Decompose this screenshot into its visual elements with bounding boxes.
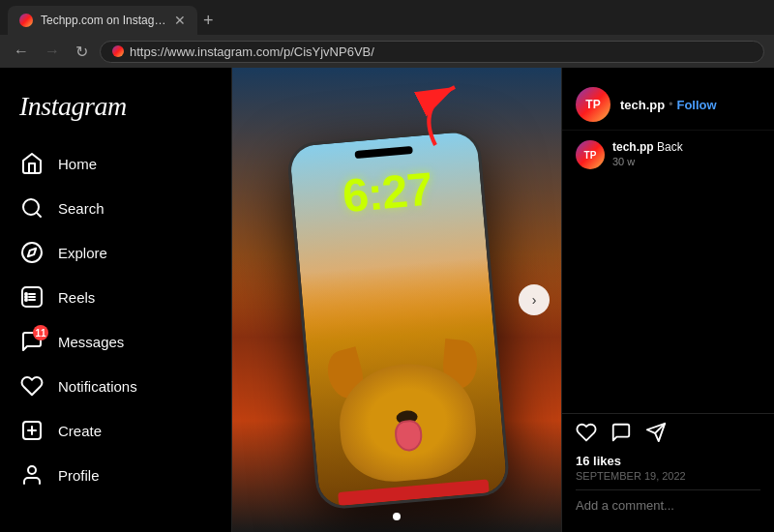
sidebar-label-notifications: Notifications	[58, 378, 137, 395]
tab-favicon	[19, 14, 33, 27]
add-comment-area	[576, 489, 760, 513]
sidebar-label-explore: Explore	[58, 245, 107, 261]
sidebar-item-messages[interactable]: 11 Messages	[12, 319, 220, 364]
comment-time: 30 w	[612, 156, 683, 167]
phone-dog-bg	[300, 257, 507, 508]
follow-button[interactable]: Follow	[676, 98, 716, 112]
sidebar-item-create[interactable]: Create	[12, 408, 220, 453]
author-avatar: TP	[576, 87, 610, 122]
like-icon[interactable]	[576, 422, 597, 448]
svg-line-1	[37, 213, 41, 217]
tab-title: Techpp.com on Instagram: "Back...	[41, 14, 166, 27]
sidebar-item-explore[interactable]: Explore	[12, 230, 220, 275]
share-icon[interactable]	[645, 422, 667, 448]
post-date: September 19, 2022	[576, 470, 760, 482]
instagram-logo: Instagram	[19, 91, 220, 122]
profile-icon	[19, 462, 45, 488]
search-icon	[19, 195, 45, 221]
sidebar: Instagram Home Search	[0, 68, 232, 532]
tab-close-button[interactable]: ✕	[174, 13, 186, 28]
sidebar-item-reels[interactable]: Reels	[12, 275, 220, 319]
phone-time: 6:27	[341, 163, 434, 223]
post-image-area: 6:27 ›	[232, 68, 561, 532]
svg-point-7	[25, 299, 27, 301]
sidebar-label-home: Home	[58, 156, 97, 172]
svg-marker-3	[28, 249, 36, 256]
phone-screen: 6:27	[289, 131, 508, 507]
svg-point-11	[28, 466, 36, 474]
author-separator: •	[669, 98, 672, 111]
comment-avatar: TP	[576, 140, 605, 169]
main-content: 6:27 › TP	[232, 68, 774, 532]
create-icon	[19, 418, 45, 443]
reload-button[interactable]: ↻	[72, 41, 92, 63]
comment-body: tech.pp Back 30 w	[612, 140, 683, 167]
sidebar-item-home[interactable]: Home	[12, 141, 220, 186]
author-name-row: tech.pp • Follow	[620, 98, 760, 112]
comment-section: TP tech.pp Back 30 w	[562, 131, 774, 413]
browser-tabs: Techpp.com on Instagram: "Back... ✕ +	[0, 0, 774, 35]
forward-button: →	[41, 41, 64, 62]
phone-mockup: 6:27	[286, 128, 511, 511]
comment-icon[interactable]	[610, 422, 632, 448]
url-bar[interactable]: https://www.instagram.com/p/CisYjvNP6VB/	[100, 41, 764, 63]
comment-item: TP tech.pp Back 30 w	[576, 140, 760, 169]
dot-indicator	[393, 513, 401, 520]
post-author-header: TP tech.pp • Follow	[562, 79, 774, 131]
comment-username: tech.pp	[612, 140, 654, 154]
url-text: https://www.instagram.com/p/CisYjvNP6VB/	[130, 44, 374, 59]
action-icons	[576, 422, 760, 448]
explore-icon	[19, 240, 45, 265]
sidebar-item-profile[interactable]: Profile	[12, 453, 220, 497]
sidebar-label-search: Search	[58, 200, 104, 217]
svg-point-6	[25, 296, 27, 298]
svg-point-5	[25, 293, 27, 295]
author-info: tech.pp • Follow	[620, 98, 760, 112]
right-panel: TP tech.pp • Follow TP tech.pp	[561, 68, 774, 532]
dog-tongue	[394, 419, 424, 452]
sidebar-label-create: Create	[58, 423, 102, 439]
sidebar-label-messages: Messages	[58, 334, 124, 350]
home-icon	[19, 151, 45, 176]
url-favicon	[112, 45, 124, 57]
author-name: tech.pp	[620, 98, 665, 112]
notifications-icon	[19, 373, 45, 399]
messages-icon: 11	[19, 329, 45, 354]
comment-input[interactable]	[576, 498, 760, 513]
next-button[interactable]: ›	[519, 284, 550, 315]
browser-tab-active[interactable]: Techpp.com on Instagram: "Back... ✕	[8, 6, 197, 35]
page-content: Instagram Home Search	[0, 68, 774, 532]
browser-chrome: Techpp.com on Instagram: "Back... ✕ + ← …	[0, 0, 774, 68]
reels-icon	[19, 284, 45, 310]
sidebar-label-profile: Profile	[58, 467, 100, 484]
svg-point-2	[22, 243, 42, 262]
messages-badge: 11	[33, 325, 48, 340]
browser-toolbar: ← → ↻ https://www.instagram.com/p/CisYjv…	[0, 35, 774, 68]
action-bar: 16 likes September 19, 2022	[562, 413, 774, 520]
sidebar-label-reels: Reels	[58, 289, 95, 306]
likes-count: 16 likes	[576, 454, 760, 468]
comment-content: Back	[657, 140, 683, 154]
sidebar-item-notifications[interactable]: Notifications	[12, 364, 220, 408]
new-tab-button[interactable]: +	[203, 11, 214, 31]
sidebar-item-search[interactable]: Search	[12, 186, 220, 230]
comment-text: tech.pp Back	[612, 140, 683, 154]
back-button[interactable]: ←	[10, 41, 33, 62]
